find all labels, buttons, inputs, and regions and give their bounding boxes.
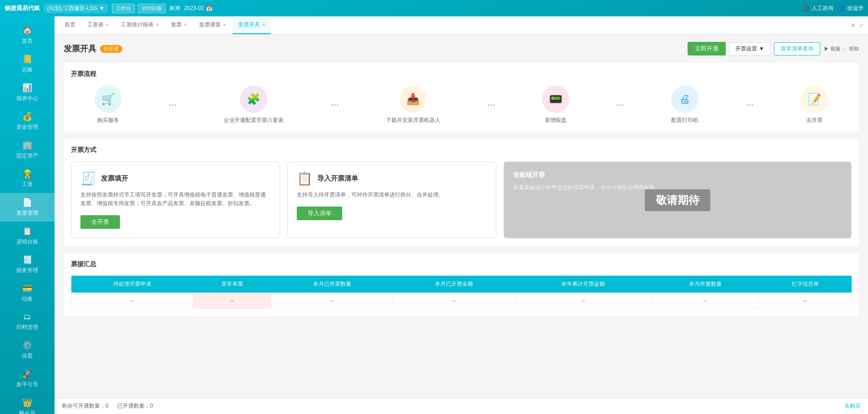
sidebar-label-guide: 新手引导 — [16, 381, 38, 389]
status-badge: 待开通 — [100, 45, 122, 53]
tab-invoice-issue[interactable]: 发票开具 ✕ — [233, 17, 271, 34]
tab-invoice-issue-close[interactable]: ✕ — [262, 22, 265, 27]
col-red-info: 红字信息单 — [759, 276, 852, 293]
import-list-icon: 📋 — [297, 171, 313, 186]
tab-invoice[interactable]: 发票 ✕ — [165, 17, 193, 34]
old-version-btn[interactable]: 切到旧版 — [138, 4, 166, 13]
step-connector-3 — [488, 104, 495, 106]
immediate-open-button[interactable]: 立即开通 — [688, 42, 726, 56]
configure-icon: 🧩 — [240, 86, 267, 113]
step-buy: 🛒 购买服务 — [95, 86, 122, 124]
issue-icon: 📝 — [801, 86, 828, 113]
sidebar-label-ledger: 总账 — [22, 66, 33, 74]
method-section-title: 开票方式 — [71, 146, 852, 154]
tab-payroll-report-label: 工资统计报表 — [121, 21, 154, 29]
main-content: 首页 工资表 ✕ 工资统计报表 ✕ 发票 ✕ 发票测算 ✕ 发票开具 ✕ — [55, 16, 868, 414]
workspace-btn[interactable]: 工作台 — [112, 4, 135, 13]
tab-payroll-close[interactable]: ✕ — [105, 22, 109, 27]
sidebar-label-vip: 畅会员 — [19, 409, 35, 414]
bottom-bar: 剩余可开通数量：0 已开通数量：0 去购买 — [55, 398, 868, 414]
step-taxdisk: 📟 新增税盘 — [542, 86, 569, 124]
sidebar-item-tax[interactable]: 🧾 税务管理 — [0, 250, 55, 279]
tab-invoice-issue-label: 发票开具 — [238, 21, 260, 29]
manual-fill-title: 发票填开 — [101, 174, 128, 183]
tab-payroll-report[interactable]: 工资统计报表 ✕ — [115, 17, 165, 34]
step-configure: 🧩 企业开通配置开票六要素 — [224, 86, 284, 124]
summary-section: 票据汇总 待处理开票申请 异常单票 本月已开票数量 本月已开票金额 本年累计开票… — [64, 253, 859, 316]
support-btn[interactable]: 🎧 人工咨询 — [803, 5, 833, 12]
abnormal-query-button[interactable]: 异常清单查询 — [774, 42, 820, 56]
sidebar-item-ledger[interactable]: 📒 总账 — [0, 50, 55, 78]
manual-fill-icon: 🧾 — [80, 171, 96, 186]
step-connector-2 — [331, 104, 339, 106]
sidebar-item-closing[interactable]: 💳 结账 — [0, 279, 55, 308]
calendar-icon[interactable]: 📅 — [206, 5, 213, 11]
cell-year-amount: -- — [515, 293, 651, 309]
page-title: 发票开具 — [64, 43, 96, 54]
sidebar-item-vip[interactable]: 👑 畅会员 — [0, 393, 55, 414]
guide-icon: 🚀 — [22, 369, 32, 379]
sidebar-item-archive[interactable]: 🗂 归档管理 — [0, 308, 55, 336]
tab-payroll-label: 工资表 — [87, 21, 104, 29]
sidebar-label-settings: 设置 — [22, 352, 33, 360]
method-card-import-header: 📋 导入开票清单 — [297, 171, 487, 186]
sidebar-label-reports: 报表中心 — [16, 95, 38, 102]
sidebar-item-payroll[interactable]: 👷 工资 — [0, 164, 55, 193]
period-selector[interactable]: 账期 2023-02 📅 — [170, 5, 213, 12]
sidebar-item-home[interactable]: 🏠 首页 — [0, 21, 55, 50]
go-issue-button[interactable]: 去开票 — [80, 215, 120, 229]
tab-invoice-calc[interactable]: 发票测算 ✕ — [194, 17, 232, 34]
step-printer-label: 配置打印机 — [671, 116, 698, 124]
main-layout: 🏠 首页 📒 总账 📊 报表中心 💰 资金管理 🏢 固定资产 👷 工资 📄 发票… — [0, 16, 868, 414]
sidebar-label-tax: 税务管理 — [16, 267, 38, 274]
buy-link[interactable]: 去购买 — [844, 402, 861, 410]
summary-section-title: 票据汇总 — [71, 260, 852, 268]
method-card-import: 📋 导入开票清单 支持导入待开票清单，可对待开票清单进行拆分、合并处理。 导入清… — [287, 162, 496, 238]
company-selector[interactable]: (勾划) 江西服室-LSS ▼ — [44, 4, 108, 13]
step-download-label: 下载并安装开票机器人 — [386, 116, 440, 124]
col-month-amount: 本月已开票金额 — [393, 276, 515, 293]
tab-invoice-calc-label: 发票测算 — [199, 21, 221, 29]
remaining-label: 剩余可开通数量：0 — [62, 403, 109, 409]
boss-title: 老板端开票 — [513, 171, 842, 179]
step-connector-4 — [617, 104, 624, 106]
tab-invoice-close[interactable]: ✕ — [184, 22, 187, 27]
purchsale-icon: 📋 — [22, 226, 32, 236]
tab-payroll[interactable]: 工资表 ✕ — [82, 17, 115, 34]
process-section-title: 开票流程 — [71, 70, 852, 78]
col-month-count: 本月已开票数量 — [271, 276, 393, 293]
help-btn[interactable]: 帮助 — [849, 45, 859, 52]
sidebar-item-purchsale[interactable]: 📋 进销台账 — [0, 222, 55, 250]
view-video-btn[interactable]: ▶ 视频 — [824, 45, 840, 52]
cell-red-info: -- — [759, 293, 852, 309]
sidebar-item-invoice[interactable]: 📄 发票管理 — [0, 193, 55, 222]
sidebar-item-funds[interactable]: 💰 资金管理 — [0, 107, 55, 136]
col-pending: 待处理开票申请 — [71, 276, 193, 293]
sidebar-item-guide[interactable]: 🚀 新手引导 — [0, 364, 55, 393]
step-download: 📥 下载并安装开票机器人 — [386, 86, 440, 124]
cell-month-amount: -- — [393, 293, 515, 309]
tab-invoice-calc-close[interactable]: ✕ — [223, 22, 226, 27]
step-buy-label: 购买服务 — [97, 116, 119, 124]
ledger-icon: 📒 — [22, 54, 32, 64]
import-desc: 支持导入待开票清单，可对待开票清单进行拆分、合并处理。 — [297, 191, 487, 199]
tab-home[interactable]: 首页 — [59, 17, 81, 34]
close-all-icon: ✕ — [851, 22, 855, 29]
tab-close-all[interactable]: ✕ ⤢ — [851, 22, 863, 29]
sidebar-item-assets[interactable]: 🏢 固定资产 — [0, 136, 55, 164]
sidebar-item-settings[interactable]: ⚙️ 设置 — [0, 336, 55, 364]
ticket-settings-button[interactable]: 开票设置 ▼ — [729, 42, 770, 56]
company-name: (勾划) 江西服室-LSS — [47, 5, 97, 12]
process-steps: 🛒 购买服务 🧩 企业开通配置开票六要素 📥 — [71, 86, 852, 124]
sidebar-label-funds: 资金管理 — [16, 123, 38, 131]
tab-payroll-report-close[interactable]: ✕ — [155, 22, 159, 27]
invoice-methods: 🧾 发票填开 支持按照发票样式手工填写开发票；可开具增值税电子普通发票、增值税普… — [71, 162, 852, 238]
cell-pending: -- — [71, 293, 193, 309]
user-avatar[interactable]: 👤 徐溢华 — [839, 5, 863, 12]
period-label: 账期 — [170, 5, 180, 12]
sidebar-item-reports[interactable]: 📊 报表中心 — [0, 78, 55, 107]
step-issue: 📝 去开票 — [801, 86, 828, 124]
top-bar-left: 畅捷通易代账 (勾划) 江西服室-LSS ▼ 工作台 切到旧版 账期 2023-… — [5, 4, 213, 13]
period-value: 2023-02 — [184, 5, 204, 11]
import-list-button[interactable]: 导入清单 — [297, 207, 342, 220]
